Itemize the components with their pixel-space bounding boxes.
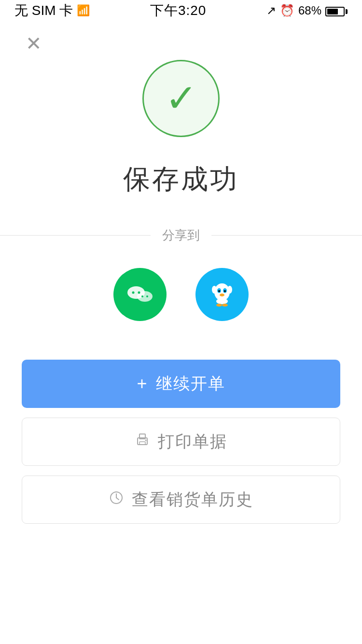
success-title: 保存成功 [123,161,239,198]
status-right: ↗ ⏰ 68% [266,4,348,17]
svg-point-6 [214,283,230,301]
continue-label: 继续开单 [156,373,225,395]
svg-point-14 [222,304,228,307]
share-section: 分享到 [0,227,362,244]
social-icons [113,268,249,321]
close-button[interactable]: ✕ [19,29,48,58]
status-time: 下午3:20 [150,1,207,20]
wechat-share-button[interactable] [113,268,167,321]
svg-point-15 [212,286,217,294]
svg-point-13 [216,304,222,307]
alarm-icon: ⏰ [280,4,294,17]
history-label: 查看销货单历史 [132,489,253,511]
svg-point-9 [218,290,220,292]
carrier-text: 无 SIM 卡 [14,1,73,20]
main-content: ✓ 保存成功 分享到 [0,21,362,524]
close-icon: ✕ [26,34,42,53]
history-button[interactable]: 查看销货单历史 [22,476,340,524]
svg-point-12 [216,298,228,304]
qq-icon [208,280,237,309]
svg-point-20 [145,440,147,441]
checkmark-icon: ✓ [165,79,197,118]
svg-point-2 [132,291,134,294]
svg-point-11 [220,294,224,296]
wifi-icon: 📶 [77,4,90,17]
battery-icon [325,4,348,17]
plus-icon: + [137,374,148,394]
svg-point-16 [227,286,232,294]
print-label: 打印单据 [158,431,227,453]
location-icon: ↗ [266,4,276,17]
battery-percent: 68% [298,4,321,17]
svg-point-10 [224,290,226,292]
svg-point-5 [146,295,148,297]
share-label: 分享到 [151,227,211,244]
action-buttons: + 继续开单 打印单据 [22,360,340,524]
clock-icon [109,490,124,509]
svg-point-3 [138,291,140,294]
continue-button[interactable]: + 继续开单 [22,360,340,408]
print-icon [135,432,150,451]
wechat-icon [125,279,156,310]
status-bar: 无 SIM 卡 📶 下午3:20 ↗ ⏰ 68% [0,0,362,21]
svg-line-23 [116,498,119,500]
print-button[interactable]: 打印单据 [22,418,340,466]
status-carrier: 无 SIM 卡 📶 [14,1,90,20]
qq-share-button[interactable] [195,268,249,321]
svg-point-4 [141,295,143,297]
success-circle: ✓ [142,60,220,137]
